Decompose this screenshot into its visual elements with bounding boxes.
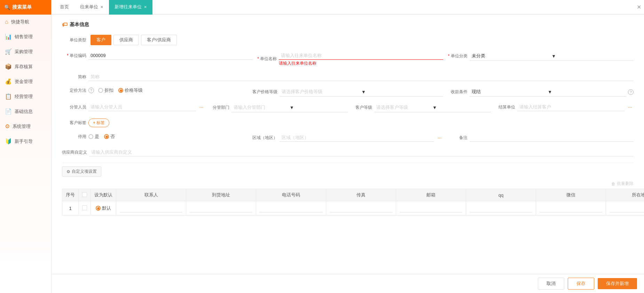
form-content: 🏷 基本信息 单位类型 客户 供应商 客户/供应商 单位编码 单位名称 (52, 15, 644, 274)
sidebar-search[interactable]: 🔍 搜索菜单 (0, 0, 51, 15)
unit-name-field: 单位名称 请输入往来单位名称 (252, 51, 443, 66)
pricing-discount-option[interactable]: 折扣 (98, 87, 113, 93)
unit-type-row: 单位类型 客户 供应商 客户/供应商 (62, 35, 634, 45)
chart-icon: 📊 (5, 33, 12, 40)
unit-category-select[interactable]: 未分类 ▼ (470, 51, 634, 61)
sidebar-item-label: 资金管理 (15, 79, 33, 85)
row-region-input[interactable] (610, 204, 644, 212)
settings-icon: ⚙ (66, 169, 70, 174)
th-wechat: 微信 (536, 189, 606, 201)
payment-terms-select[interactable]: 现结 ▼ (470, 87, 626, 97)
batch-delete-label[interactable]: 批量删除 (617, 181, 634, 187)
disabled-no-option[interactable]: 否 (104, 133, 115, 140)
sidebar-item-system[interactable]: ⚙ 系统管理 (0, 119, 51, 134)
th-phone: 电话号码 (256, 189, 326, 201)
settlement-unit-input[interactable] (517, 103, 625, 111)
sidebar-item-basic-info[interactable]: 📄 基础信息 (0, 104, 51, 119)
custom-settings-button[interactable]: ⚙ 自定义项设置 (62, 166, 101, 177)
unit-btn-customer[interactable]: 客户 (91, 35, 111, 45)
contact-table: 序号 设为默认 联系人 到货地址 电话号码 传真 邮箱 qq 微信 所在地区 操… (62, 189, 644, 215)
add-tag-button[interactable]: + 标签 (88, 119, 109, 127)
department-select[interactable]: 请输入分管部门 ▼ (231, 103, 348, 112)
row-qq-input[interactable] (470, 204, 532, 212)
unit-name-wrapper: 请输入往来单位名称 (279, 51, 443, 66)
unit-btn-both[interactable]: 客户/供应商 (141, 35, 177, 45)
tab-new-partner-close[interactable]: ✕ (144, 5, 147, 9)
supplier-custom-input[interactable] (89, 148, 634, 156)
tab-partner[interactable]: 往来单位 ✕ (74, 0, 109, 15)
unit-name-label: 单位名称 (252, 56, 277, 62)
settlement-more-btn[interactable]: ··· (627, 104, 634, 110)
payment-terms-value: 现结 (472, 89, 548, 95)
manager-row: 分管人员 ··· 分管部门 请输入分管部门 ▼ 客户等级 请选择客户等级 ▼ 结… (62, 103, 634, 112)
manager-more-btn[interactable]: ··· (198, 104, 205, 110)
pricing-discount-radio[interactable] (98, 88, 103, 93)
sidebar-item-label: 采购管理 (15, 49, 33, 55)
row-email (396, 201, 466, 215)
unit-name-error: 请输入往来单位名称 (279, 60, 443, 66)
payment-terms-label: 收款条件 (443, 89, 468, 95)
sidebar: 🔍 搜索菜单 ⌂ 快捷导航 📊 销售管理 🛒 采购管理 📦 库存核算 💰 资金管… (0, 0, 52, 293)
short-name-row: 简称 (62, 73, 634, 81)
row-address-input[interactable] (190, 204, 252, 212)
remark-field: 备注 (443, 133, 634, 142)
section-basic-info: 🏷 基本信息 (62, 22, 634, 28)
tab-bar-close-all[interactable]: ✕ (637, 4, 641, 10)
th-address: 到货地址 (186, 189, 256, 201)
sidebar-item-label: 系统管理 (13, 123, 31, 130)
settlement-unit-field: 结算单位 ··· (491, 103, 634, 111)
row-email-input[interactable] (400, 204, 462, 212)
remark-input[interactable] (470, 133, 634, 142)
unit-type-label: 单位类型 (62, 37, 86, 43)
tab-bar: 首页 往来单位 ✕ 新增往来单位 ✕ ✕ (52, 0, 644, 15)
disabled-no-radio[interactable] (104, 134, 109, 139)
sidebar-search-label: 搜索菜单 (12, 4, 32, 10)
row-wechat-input[interactable] (540, 204, 602, 212)
unit-code-input[interactable] (88, 51, 252, 60)
pricing-level-option[interactable]: 价格等级 (118, 87, 143, 93)
row-fax-input[interactable] (330, 204, 392, 212)
disabled-yes-radio[interactable] (88, 134, 93, 139)
select-all-checkbox[interactable] (82, 192, 87, 197)
unit-category-field: 单位分类 未分类 ▼ (443, 51, 634, 61)
disabled-field: 停用 是 否 (62, 133, 252, 140)
th-default: 设为默认 (91, 189, 116, 201)
sidebar-item-inventory[interactable]: 📦 库存核算 (0, 59, 51, 74)
sidebar-item-finance[interactable]: 💰 资金管理 (0, 74, 51, 89)
row-phone-input[interactable] (260, 204, 322, 212)
row-default-radio-item[interactable]: 默认 (94, 205, 112, 211)
row-default-radio[interactable] (96, 206, 101, 211)
customer-price-level-select[interactable]: 请选择客户价格等级 ▼ (280, 87, 443, 97)
tab-home[interactable]: 首页 (54, 0, 74, 15)
unit-code-field: 单位编码 (62, 51, 252, 60)
customer-level-arrow: ▼ (432, 105, 488, 110)
region-more-btn[interactable]: ··· (436, 135, 443, 140)
disabled-label: 停用 (62, 134, 86, 140)
sidebar-item-new-guide[interactable]: 🔰 新手引导 (0, 134, 51, 149)
save-button[interactable]: 保存 (568, 278, 594, 290)
sidebar-item-operations[interactable]: 📋 经营管理 (0, 89, 51, 104)
unit-btn-supplier[interactable]: 供应商 (113, 35, 139, 45)
region-input[interactable] (280, 133, 434, 142)
row-contact-input[interactable] (120, 204, 182, 212)
short-name-input[interactable] (88, 73, 634, 81)
tab-new-partner[interactable]: 新增往来单位 ✕ (109, 0, 152, 15)
sidebar-item-sales[interactable]: 📊 销售管理 (0, 29, 51, 44)
manager-input[interactable] (88, 103, 196, 111)
sidebar-item-quick-nav[interactable]: ⌂ 快捷导航 (0, 15, 51, 29)
tab-partner-close[interactable]: ✕ (100, 5, 103, 9)
home-icon: ⌂ (5, 19, 8, 25)
disabled-radio-group: 是 否 (88, 133, 115, 140)
unit-name-input[interactable] (279, 51, 443, 60)
row-select-checkbox[interactable] (82, 205, 87, 210)
cancel-button[interactable]: 取消 (538, 278, 564, 290)
customer-level-select[interactable]: 请选择客户等级 ▼ (374, 103, 491, 112)
pricing-help-icon[interactable]: ? (88, 88, 94, 93)
payment-terms-help-icon[interactable]: ? (628, 89, 634, 95)
guide-icon: 🔰 (5, 138, 12, 145)
sidebar-item-label: 经营管理 (15, 93, 33, 100)
sidebar-item-purchase[interactable]: 🛒 采购管理 (0, 44, 51, 59)
save-new-button[interactable]: 保存并新增 (598, 278, 637, 289)
disabled-yes-option[interactable]: 是 (88, 133, 99, 140)
pricing-level-radio[interactable] (118, 88, 123, 93)
